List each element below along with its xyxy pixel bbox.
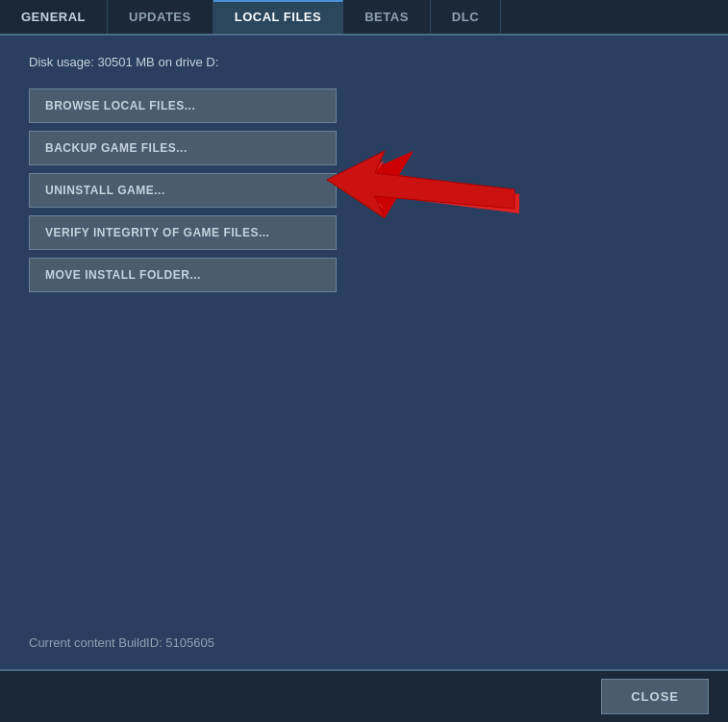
main-content: Disk usage: 30501 MB on drive D: BROWSE … — [0, 36, 728, 669]
tab-local-files[interactable]: LOCAL FILES — [213, 0, 343, 34]
close-button[interactable]: CLOSE — [601, 679, 709, 714]
browse-local-files-button[interactable]: BROWSE LOCAL FILES... — [29, 88, 337, 123]
footer-bar: CLOSE — [0, 669, 728, 722]
tab-dlc[interactable]: DLC — [431, 0, 501, 34]
arrow-annotation — [327, 146, 519, 223]
steam-properties-window: GENERAL UPDATES LOCAL FILES BETAS DLC Di… — [0, 0, 728, 722]
tab-updates[interactable]: UPDATES — [108, 0, 213, 34]
backup-game-files-button[interactable]: BACKUP GAME FILES... — [29, 131, 337, 165]
action-buttons-section: BROWSE LOCAL FILES... BACKUP GAME FILES.… — [29, 88, 337, 292]
verify-integrity-button[interactable]: VERIFY INTEGRITY OF GAME FILES... — [29, 215, 337, 250]
tab-general[interactable]: GENERAL — [0, 0, 108, 34]
build-info-label: Current content BuildID: 5105605 — [29, 635, 214, 650]
tab-bar: GENERAL UPDATES LOCAL FILES BETAS DLC — [0, 0, 728, 36]
move-install-folder-button[interactable]: MOVE INSTALL FOLDER... — [29, 258, 337, 292]
disk-usage-label: Disk usage: 30501 MB on drive D: — [29, 55, 699, 69]
tab-betas[interactable]: BETAS — [343, 0, 431, 34]
uninstall-game-button[interactable]: UNINSTALL GAME... — [29, 173, 337, 208]
